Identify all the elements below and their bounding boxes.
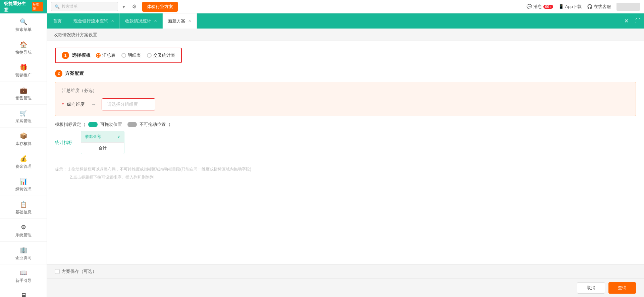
- logo: 畅捷通好生意 标准版: [0, 0, 47, 13]
- purchase-icon: 🛒: [20, 109, 27, 117]
- notification-badge: 99+: [543, 5, 553, 9]
- sidebar-item-home[interactable]: 🏠 快捷导航: [0, 36, 47, 59]
- sidebar-label-inventory: 库存核算: [15, 141, 32, 147]
- step2-section: 2 方案配置 汇总维度（必选） * 纵向维度 →: [55, 70, 636, 181]
- tab-receipts-label: 收款情况统计: [125, 18, 151, 24]
- window-maximize-button[interactable]: ⛶: [632, 13, 644, 29]
- breadcrumb-text: 收款情况统计方案设置: [54, 32, 97, 37]
- page-content: 收款情况统计方案设置 1 选择模板: [47, 29, 644, 279]
- sidebar-label-purchase: 采购管理: [15, 118, 32, 124]
- tab-cashflow-label: 现金银行流水查询: [73, 18, 108, 24]
- tab-home[interactable]: 首页: [47, 13, 68, 29]
- online-service[interactable]: 🎧 在线客服: [587, 4, 611, 10]
- metrics-total-cell: 合计: [81, 142, 124, 154]
- step1-num-text: 1: [64, 53, 67, 58]
- radio-detail[interactable]: 明细表: [121, 52, 141, 58]
- dimension-select[interactable]: 请选择分组维度: [102, 98, 155, 110]
- radio-detail-circle: [121, 53, 126, 58]
- sidebar-item-guide[interactable]: 📖 新手引导: [0, 264, 47, 287]
- total-cell-label: 合计: [99, 146, 107, 150]
- fixed-indicator: [127, 122, 137, 127]
- sidebar: 🔍 搜索菜单 🏠 快捷导航 🎁 营销推广 💼 销售管理 🛒 采购管理 📦: [0, 13, 47, 297]
- notification[interactable]: 💬 消息 99+: [527, 4, 553, 10]
- metrics-section-label: 模板指标设定（: [55, 121, 86, 128]
- hardware-icon: 🖥: [20, 292, 26, 297]
- app-download-label: App下载: [565, 4, 582, 10]
- radio-cross[interactable]: 交叉统计表: [147, 52, 175, 58]
- sidebar-item-basic-info[interactable]: 📋 基础信息: [0, 196, 47, 219]
- metrics-table: 收款金额 ∨ 合计: [81, 131, 124, 154]
- step2-number: 2: [55, 70, 62, 77]
- sales-icon: 💼: [20, 87, 27, 94]
- template-selection-box: 1 选择模板 汇总表: [55, 48, 182, 63]
- dropdown-arrow-icon: ∨: [117, 135, 120, 139]
- tips-section: 提示： 1.拖动标题栏可以调整布局，不可跨维度或指标区域拖动栏目段(只能在同一维…: [55, 165, 636, 181]
- sidebar-label-operations: 经营管理: [15, 187, 32, 192]
- tab-receipts[interactable]: 收款情况统计 ✕: [120, 13, 163, 29]
- fixed-label: 不可拖动位置: [140, 121, 166, 128]
- guide-icon: 📖: [20, 269, 27, 277]
- metrics-header-cell[interactable]: 收款金额 ∨: [81, 131, 124, 142]
- tab-new-plan-close[interactable]: ✕: [188, 19, 191, 23]
- tab-receipts-close[interactable]: ✕: [154, 19, 157, 23]
- sidebar-item-system[interactable]: ⚙ 系统管理: [0, 219, 47, 242]
- step1-number: 1: [62, 52, 69, 59]
- tab-cashflow-close[interactable]: ✕: [111, 19, 114, 23]
- sidebar-item-marketing[interactable]: 🎁 营销推广: [0, 59, 47, 82]
- tip-line2: 2.点击标题栏下拉可设置排序、插入列和删除列: [55, 173, 636, 181]
- save-plan-checkbox-label[interactable]: 方案保存（可选）: [55, 268, 636, 275]
- tab-new-plan[interactable]: 新建方案 ✕: [163, 13, 197, 29]
- save-label: 方案保存（可选）: [62, 268, 97, 275]
- dropdown-icon[interactable]: ▼: [121, 4, 126, 9]
- window-close-button[interactable]: ✕: [621, 13, 632, 29]
- sidebar-item-finance[interactable]: 💰 资金管理: [0, 150, 47, 173]
- radio-summary-label: 汇总表: [102, 52, 115, 58]
- search-icon: 🔍: [55, 4, 60, 9]
- radio-detail-label: 明细表: [128, 52, 141, 58]
- radio-cross-circle: [147, 53, 152, 58]
- radio-cross-label: 交叉统计表: [153, 52, 175, 58]
- user-avatar[interactable]: [616, 3, 640, 11]
- step1-title: 选择模板: [72, 52, 91, 58]
- sidebar-item-search[interactable]: 🔍 搜索菜单: [0, 13, 47, 36]
- sidebar-label-finance: 资金管理: [15, 164, 32, 169]
- dimension-label: 汇总维度（必选）: [62, 88, 629, 94]
- sidebar-item-hardware[interactable]: 🖥 智能硬件: [0, 287, 47, 297]
- search-input[interactable]: 🔍 搜索菜单: [51, 2, 118, 11]
- logo-badge: 标准版: [32, 2, 43, 11]
- query-button[interactable]: 查询: [608, 282, 636, 294]
- dimension-name: 纵向维度: [67, 101, 86, 107]
- sidebar-item-inventory[interactable]: 📦 库存核算: [0, 128, 47, 150]
- sidebar-label-search: 搜索菜单: [15, 27, 32, 33]
- tab-cashflow[interactable]: 现金银行流水查询 ✕: [68, 13, 120, 29]
- gear-button[interactable]: ⚙: [129, 2, 139, 11]
- sidebar-item-operations[interactable]: 📊 经营管理: [0, 173, 47, 196]
- sidebar-item-sales[interactable]: 💼 销售管理: [0, 82, 47, 105]
- tip-line1: 提示： 1.拖动标题栏可以调整布局，不可跨维度或指标区域拖动栏目段(只能在同一维…: [55, 165, 636, 173]
- save-plan-checkbox[interactable]: [55, 269, 60, 274]
- notification-icon: 💬: [527, 4, 532, 9]
- inventory-icon: 📦: [20, 132, 27, 140]
- required-mark: *: [62, 102, 64, 107]
- sidebar-label-guide: 新手引导: [15, 278, 32, 284]
- sidebar-item-corp[interactable]: 🏢 企业协同: [0, 242, 47, 264]
- step2-title: 方案配置: [65, 70, 84, 77]
- app-download[interactable]: 📱 App下载: [558, 4, 582, 10]
- sidebar-label-home: 快捷导航: [15, 50, 32, 55]
- footer-area: 方案保存（可选）: [47, 264, 644, 279]
- sidebar-label-corp: 企业协同: [15, 255, 32, 261]
- logo-text: 畅捷通好生意: [4, 1, 30, 13]
- finance-icon: 💰: [20, 155, 27, 162]
- search-menu-icon: 🔍: [20, 18, 27, 26]
- arrow-icon: →: [91, 101, 96, 107]
- dimension-placeholder: 请选择分组维度: [107, 102, 138, 107]
- corp-icon: 🏢: [20, 246, 27, 254]
- metrics-category-label: 统计指标: [55, 131, 78, 154]
- trial-button[interactable]: 体验行业方案: [142, 2, 178, 12]
- dimension-area: 汇总维度（必选） * 纵向维度 → 请选择分组维度: [55, 82, 636, 116]
- system-icon: ⚙: [21, 224, 26, 231]
- cancel-button[interactable]: 取消: [577, 282, 605, 294]
- service-icon: 🎧: [587, 4, 592, 9]
- radio-summary[interactable]: 汇总表: [96, 52, 115, 58]
- sidebar-item-purchase[interactable]: 🛒 采购管理: [0, 105, 47, 128]
